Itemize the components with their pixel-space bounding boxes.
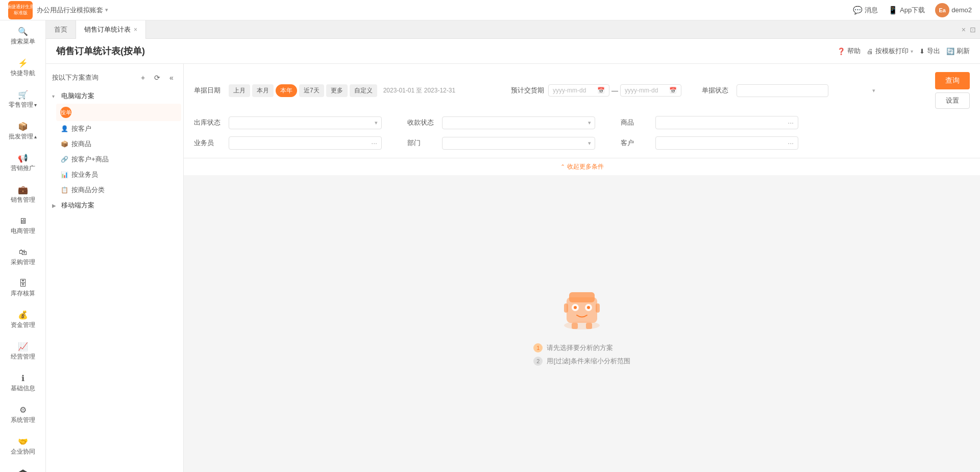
tab-home[interactable]: 首页 (46, 20, 76, 39)
expected-date-end[interactable]: yyyy-mm-dd 📅 (620, 84, 681, 97)
scheme-by-customer-label: 按客户 (71, 124, 91, 133)
expected-date-start[interactable]: yyyy-mm-dd 📅 (548, 84, 609, 97)
calendar-end-icon: 📅 (669, 87, 677, 94)
help-icon: ❓ (837, 48, 845, 55)
retail-expand-icon: ▾ (34, 102, 37, 108)
sidebar-item-marketing[interactable]: 📢 营销推广 (0, 147, 45, 179)
empty-tip-1-text: 请先选择要分析的方案 (547, 343, 613, 352)
basic-icon: ℹ (21, 373, 24, 383)
user-menu[interactable]: Ea demo2 (935, 3, 972, 17)
two-panel: 按以下方案查询 + ⟳ « ▾ 电脑端方案 按 (46, 64, 980, 472)
sidebar-item-search-label: 搜索菜单 (11, 37, 35, 46)
desktop-expand-icon: ▾ (52, 93, 59, 99)
scheme-by-category[interactable]: 📋 按商品分类 (56, 182, 181, 198)
sidebar-item-inventory[interactable]: 🗄 库存核算 (0, 273, 45, 304)
payment-status-group: 收款状态 (407, 116, 595, 129)
tab-sales-stats[interactable]: 销售订单统计表 × (76, 20, 146, 39)
search-icon: 🔍 (18, 27, 28, 36)
category-scheme-icon: 📋 (60, 186, 68, 194)
date-btn-last-7days[interactable]: 近7天 (299, 84, 324, 97)
scheme-by-order[interactable]: 按单 (56, 104, 181, 121)
message-button[interactable]: 💬 消息 (853, 6, 878, 15)
sidebar-item-sales[interactable]: 💼 销售管理 (0, 179, 45, 210)
export-icon: ⬇ (919, 48, 925, 55)
add-scheme-button[interactable]: + (137, 72, 149, 83)
scheme-by-customer[interactable]: 👤 按客户 (56, 121, 181, 136)
collapse-row[interactable]: ⌃ 收起更多条件 (184, 158, 980, 175)
sidebar-item-ecommerce-label: 电商管理 (11, 227, 35, 235)
sidebar-item-newbie[interactable]: 🎓 新手引导 (0, 462, 45, 472)
sidebar-item-purchase[interactable]: 🛍 采购管理 (0, 242, 45, 273)
sidebar-item-retail[interactable]: 🛒 零售管理 ▾ (0, 84, 45, 115)
avatar: Ea (935, 3, 949, 17)
sidebar-item-operations[interactable]: 📈 经营管理 (0, 336, 45, 367)
date-filter-label: 单据日期 (194, 86, 225, 95)
user-name: demo2 (951, 6, 972, 14)
mobile-section[interactable]: ▶ 移动端方案 (48, 198, 181, 213)
dept-select[interactable] (442, 137, 595, 150)
main-layout: 🔍 搜索菜单 ⚡ 快捷导航 🛒 零售管理 ▾ 📦 批发管理 ▴ 📢 营销推广 (0, 20, 980, 472)
refresh-scheme-button[interactable]: ⟳ (152, 72, 163, 83)
app-download-button[interactable]: 📱 App下载 (888, 6, 925, 15)
collapse-panel-button[interactable]: « (166, 72, 177, 83)
date-btn-this-month[interactable]: 本月 (252, 84, 274, 97)
scheme-by-salesman[interactable]: 📊 按业务员 (56, 167, 181, 182)
sidebar-item-search[interactable]: 🔍 搜索菜单 (0, 20, 45, 52)
message-icon: 💬 (853, 6, 863, 15)
tab-close-icon[interactable]: × (134, 26, 137, 33)
expected-date-label: 预计交货期 (511, 86, 544, 95)
date-btn-this-year[interactable]: 本年 (276, 84, 297, 97)
print-button[interactable]: 🖨 按模板打印 ▾ (867, 46, 913, 56)
ship-status-select[interactable] (229, 116, 382, 129)
sidebar-item-collab[interactable]: 🤝 企业协同 (0, 431, 45, 462)
svg-rect-7 (564, 303, 568, 313)
expected-date-end-placeholder: yyyy-mm-dd (625, 87, 658, 94)
sidebar-item-wholesale[interactable]: 📦 批发管理 ▴ (0, 115, 45, 147)
scheme-by-goods[interactable]: 📦 按商品 (56, 136, 181, 152)
goods-input[interactable]: ··· (655, 116, 798, 129)
sidebar-item-operations-label: 经营管理 (11, 352, 35, 361)
settings-button[interactable]: 设置 (935, 92, 970, 109)
tip-num-2: 2 (533, 357, 543, 366)
salesman-filter-label: 业务员 (194, 138, 225, 148)
salesman-filter-group: 业务员 ··· (194, 136, 382, 150)
doc-status-label: 单据状态 (702, 86, 732, 95)
win-restore-button[interactable]: ⊡ (970, 26, 976, 34)
refresh-button[interactable]: 🔄 刷新 (946, 46, 970, 56)
win-close-button[interactable]: × (962, 26, 966, 34)
sidebar-item-system[interactable]: ⚙ 系统管理 (0, 399, 45, 431)
sidebar-item-basic[interactable]: ℹ 基础信息 (0, 367, 45, 399)
logo-text: 畅捷通好生意 标准版 (7, 4, 34, 16)
sidebar-item-ecommerce[interactable]: 🖥 电商管理 (0, 210, 45, 242)
date-btn-custom[interactable]: 自定义 (350, 84, 377, 97)
left-panel-actions: + ⟳ « (137, 72, 177, 83)
company-selector[interactable]: 办公用品行业模拟账套 ▾ (37, 6, 108, 15)
date-btn-more[interactable]: 更多 (326, 84, 348, 97)
payment-status-label: 收款状态 (407, 118, 438, 127)
sidebar-item-quicknav[interactable]: ⚡ 快捷导航 (0, 52, 45, 84)
inventory-icon: 🗄 (19, 279, 27, 288)
export-button[interactable]: ⬇ 导出 (919, 46, 940, 56)
svg-rect-9 (572, 323, 578, 329)
desktop-section[interactable]: ▾ 电脑端方案 (48, 88, 181, 104)
sidebar-item-finance[interactable]: 💰 资金管理 (0, 304, 45, 336)
salesman-input[interactable]: ··· (229, 136, 382, 150)
company-chevron-icon: ▾ (105, 7, 108, 13)
date-buttons: 上月 本月 本年 近7天 更多 自定义 (229, 84, 377, 97)
ship-status-label: 出库状态 (194, 118, 225, 127)
mobile-section-label: 移动端方案 (61, 201, 94, 210)
customer-ellipsis-icon: ··· (788, 139, 794, 147)
payment-status-select[interactable] (442, 116, 595, 129)
help-button[interactable]: ❓ 帮助 (837, 46, 861, 56)
query-button[interactable]: 查询 (935, 72, 970, 89)
scheme-circle-icon: 按单 (60, 107, 71, 118)
tree-section: ▾ 电脑端方案 按单 👤 按客户 (46, 88, 183, 213)
date-range-display: 2023-01-01 至 2023-12-31 (383, 86, 455, 95)
sidebar-item-basic-label: 基础信息 (11, 384, 35, 393)
scheme-by-customer-goods[interactable]: 🔗 按客户+商品 (56, 152, 181, 167)
salesman-scheme-icon: 📊 (60, 171, 68, 178)
doc-status-select[interactable] (737, 84, 828, 97)
date-btn-last-month[interactable]: 上月 (229, 84, 250, 97)
customer-input[interactable]: ··· (655, 136, 798, 150)
expected-date-group: 预计交货期 yyyy-mm-dd 📅 — yyyy-mm-dd 📅 (511, 84, 681, 97)
